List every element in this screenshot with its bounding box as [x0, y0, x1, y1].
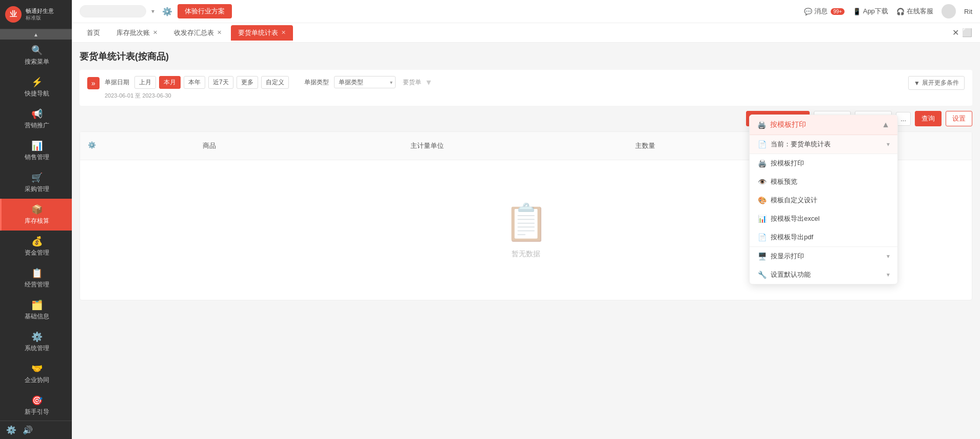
logo-app-name: 畅通好生意 [26, 7, 54, 14]
sales-icon: 📊 [31, 140, 43, 151]
dropdown-template-preview[interactable]: 👁️ 模板预览 [750, 173, 897, 191]
display-print-icon: 🖥️ [757, 252, 767, 260]
dropdown-display-print[interactable]: 🖥️ 按显示打印 ▾ [750, 247, 897, 265]
tab-home[interactable]: 首页 [80, 25, 107, 41]
sidebar-item-operation[interactable]: 📋 经营管理 [0, 262, 72, 294]
sidebar-item-label: 库存核算 [25, 217, 49, 225]
settings-label: 设置 [952, 114, 966, 123]
empty-illustration: 📋 [504, 201, 548, 243]
dropdown-template-design[interactable]: 🎨 模板自定义设计 [750, 191, 897, 209]
template-print-label: 按模板打印 [771, 159, 804, 168]
topbar: ▾ ⚙️ 体验行业方案 💬 消息 99+ 📱 App下载 🎧 在线客服 Rit [72, 0, 980, 23]
date-filter-label: 单据日期 [105, 78, 129, 87]
date-btn-custom[interactable]: 自定义 [261, 76, 289, 89]
dropdown-default-func[interactable]: 🔧 设置默认功能 ▾ [750, 265, 897, 284]
tab-close-all-icon[interactable]: ✕ [952, 28, 959, 37]
dropdown-header: 🖨️ 按模板打印 ▲ [750, 115, 897, 135]
tab-collection-close-icon[interactable]: ✕ [217, 29, 222, 36]
expand-conditions-wrap: ▼ 展开更多条件 [908, 76, 965, 90]
page-content: 要货单统计表(按商品) » 单据日期 上月 本月 本年 近7天 更多 自定义 2… [72, 43, 980, 439]
tab-demand[interactable]: 要货单统计表 ✕ [231, 25, 293, 41]
sidebar-item-finance[interactable]: 💰 资金管理 [0, 231, 72, 262]
sidebar-item-label: 经营管理 [25, 280, 49, 289]
date-btn-7days[interactable]: 近7天 [208, 76, 233, 89]
online-service-label: 在线客服 [907, 7, 933, 16]
topbar-messages[interactable]: 💬 消息 99+ [804, 7, 845, 16]
dropdown-current-template[interactable]: 📄 当前：要货单统计表 ▾ [750, 135, 897, 154]
message-icon: 💬 [804, 8, 812, 15]
template-print-icon: 🖨️ [757, 159, 767, 167]
dropdown-template-excel[interactable]: 📊 按模板导出excel [750, 209, 897, 228]
system-icon: ⚙️ [31, 331, 43, 342]
tab-maximize-icon[interactable]: ⬜ [962, 28, 972, 37]
date-btn-last-month[interactable]: 上月 [134, 76, 156, 89]
sidebar-item-marketing[interactable]: 📢 营销推广 [0, 103, 72, 135]
volume-icon[interactable]: 🔊 [23, 425, 33, 435]
date-btn-more[interactable]: 更多 [237, 76, 258, 89]
enterprise-icon: 🤝 [31, 363, 43, 374]
tab-batch[interactable]: 库存批次账 ✕ [109, 25, 165, 41]
date-filter-group: 单据日期 上月 本月 本年 近7天 更多 自定义 2023-06-01 至 20… [105, 76, 289, 100]
topbar-gear-icon[interactable]: ⚙️ [162, 7, 172, 16]
dropdown-chevron-up-icon[interactable]: ▲ [881, 120, 890, 129]
sidebar-item-label: 系统管理 [25, 344, 49, 353]
sidebar-logo: 业 畅通好生意 标准版 [0, 0, 72, 29]
current-template-label: 当前：要货单统计表 [771, 140, 831, 149]
template-design-icon: 🎨 [757, 196, 767, 204]
tab-batch-close-icon[interactable]: ✕ [153, 29, 158, 36]
date-btn-this-year[interactable]: 本年 [184, 76, 205, 89]
sidebar-scroll-up[interactable]: ▲ [0, 29, 72, 40]
sidebar-item-label: 企业协同 [25, 376, 49, 385]
type-select-wrap: 单据类型 要货单 [334, 76, 396, 88]
empty-text: 暂无数据 [512, 250, 540, 259]
template-preview-label: 模板预览 [771, 177, 797, 186]
settings-button[interactable]: 设置 [946, 111, 972, 126]
sidebar-item-inventory[interactable]: 📦 库存核算 [0, 199, 72, 231]
date-btn-this-month[interactable]: 本月 [159, 76, 181, 89]
date-filter-row: 单据日期 上月 本月 本年 近7天 更多 自定义 [105, 76, 289, 89]
marketing-icon: 📢 [31, 108, 43, 120]
sidebar-item-shortcut[interactable]: ⚡ 快捷导航 [0, 71, 72, 103]
tab-home-label: 首页 [87, 28, 100, 37]
logo-badge: 标准版 [26, 14, 54, 22]
user-avatar[interactable] [942, 4, 956, 18]
category-tag: 要货单 [403, 78, 421, 87]
sidebar-item-guide[interactable]: 🎯 新手引导 [0, 390, 72, 421]
th-settings[interactable]: ⚙️ [80, 137, 101, 155]
sidebar-item-sales[interactable]: 📊 销售管理 [0, 135, 72, 167]
dropdown-template-print[interactable]: 🖨️ 按模板打印 [750, 154, 897, 173]
sidebar-item-enterprise[interactable]: 🤝 企业协同 [0, 358, 72, 390]
topbar-online-service[interactable]: 🎧 在线客服 [896, 7, 933, 16]
tab-collection[interactable]: 收发存汇总表 ✕ [167, 25, 229, 41]
trial-button[interactable]: 体验行业方案 [178, 4, 232, 18]
sidebar-item-label: 基础信息 [25, 312, 49, 321]
sidebar-item-label: 资金管理 [25, 249, 49, 257]
message-badge: 99+ [831, 8, 845, 15]
sidebar-item-basic[interactable]: 🗂️ 基础信息 [0, 294, 72, 326]
topbar-app-download[interactable]: 📱 App下载 [853, 7, 888, 16]
purchase-icon: 🛒 [31, 172, 43, 183]
inventory-icon: 📦 [31, 204, 43, 215]
expand-conditions-button[interactable]: ▼ 展开更多条件 [908, 76, 965, 90]
current-template-chevron-icon: ▾ [887, 141, 890, 148]
date-range-text: 2023-06-01 至 2023-06-30 [105, 92, 289, 100]
topbar-chevron-icon[interactable]: ▾ [151, 8, 154, 15]
query-button[interactable]: 查询 [915, 111, 942, 126]
sidebar: 业 畅通好生意 标准版 ▲ 🔍 搜索菜单 ⚡ 快捷导航 📢 营销推广 📊 销售管… [0, 0, 72, 439]
more-button[interactable]: ... [896, 112, 911, 126]
tab-batch-label: 库存批次账 [116, 28, 150, 37]
query-label: 查询 [922, 114, 935, 123]
template-preview-icon: 👁️ [757, 178, 767, 186]
th-quantity: 主数量 [536, 137, 754, 155]
sidebar-item-system[interactable]: ⚙️ 系统管理 [0, 326, 72, 358]
operation-icon: 📋 [31, 268, 43, 279]
dropdown-template-pdf[interactable]: 📄 按模板导出pdf [750, 228, 897, 246]
type-select[interactable]: 单据类型 要货单 [334, 76, 396, 88]
template-pdf-label: 按模板导出pdf [771, 233, 813, 242]
filter-expand-button[interactable]: » [87, 77, 100, 89]
sidebar-item-purchase[interactable]: 🛒 采购管理 [0, 167, 72, 199]
topbar-search-input[interactable] [80, 5, 146, 17]
sidebar-item-search[interactable]: 🔍 搜索菜单 [0, 40, 72, 71]
settings-gear-icon[interactable]: ⚙️ [6, 425, 16, 435]
tab-demand-close-icon[interactable]: ✕ [281, 29, 286, 36]
